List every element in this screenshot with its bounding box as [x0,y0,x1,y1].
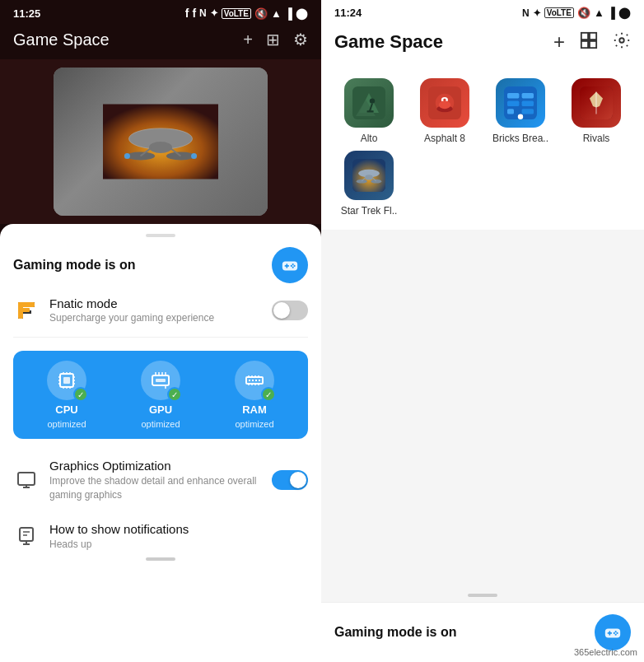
svg-rect-45 [259,380,260,381]
ram-sublabel: optimized [235,419,273,429]
alto-image [352,86,385,119]
game-preview-area [0,59,321,224]
svg-rect-43 [252,380,254,381]
notifications-row: How to show notifications Heads up [13,515,308,552]
bottom-scroll-indicator [468,594,497,597]
mute-icon: 🔇 [254,7,268,20]
gpu-icon [151,371,170,390]
left-panel: 11:25 f f N ✦ VoLTE 🔇 ▲ ▐ ⬤ Game Space +… [0,0,321,662]
svg-point-15 [291,265,292,267]
svg-point-14 [292,267,294,268]
bricks-image [504,86,537,119]
bottom-sheet: Gaming mode is on [0,224,321,662]
svg-point-102 [615,631,617,632]
signal-icon-right: ▐ [608,7,615,19]
svg-point-7 [124,153,130,159]
gpu-label: GPU [149,403,172,416]
svg-rect-63 [590,32,596,39]
notifications-text: How to show notifications Heads up [49,522,308,552]
ram-label: RAM [242,403,267,416]
left-settings-button[interactable]: ⚙ [293,30,308,49]
svg-rect-79 [507,93,519,98]
bricks-icon [496,78,545,128]
svg-rect-80 [522,93,534,98]
right-gaming-mode-icon[interactable] [595,614,631,650]
svg-rect-62 [581,32,588,39]
scroll-indicator-left [146,557,175,561]
notif-title: How to show notifications [49,522,308,536]
optimize-gpu[interactable]: ✓ GPU optimized [141,361,180,429]
settings-icon [613,31,631,49]
right-header: Game Space + [321,22,644,65]
right-add-button[interactable]: + [553,30,565,54]
optimize-cpu[interactable]: ✓ CPU optimized [47,361,86,429]
startrek-name: Star Trek Fl.. [341,205,398,217]
svg-rect-83 [507,109,514,114]
svg-rect-11 [285,265,290,267]
svg-rect-85 [522,109,534,114]
asphalt-image: 8 [428,86,461,119]
game-startrek[interactable]: Star Trek Fl.. [334,151,404,217]
optimize-ram[interactable]: ✓ RAM optimized [235,361,274,429]
asphalt-icon: 8 [420,78,469,128]
volte-icon: VoLTE [222,8,251,19]
bluetooth-icon-right: ✦ [533,7,541,19]
layout-icon [580,31,598,49]
fnatic-toggle[interactable] [272,301,308,320]
left-grid-button[interactable]: ⊞ [266,30,280,49]
sheet-handle [146,234,175,237]
right-settings-button[interactable] [613,31,631,54]
cpu-sublabel: optimized [47,419,86,429]
status-bar-left: 11:25 f f N ✦ VoLTE 🔇 ▲ ▐ ⬤ [0,0,321,23]
rivals-image [580,86,613,119]
battery-icon: ⬤ [296,7,308,20]
display-icon [16,470,36,490]
right-title: Game Space [334,31,443,53]
svg-point-70 [370,98,375,103]
game-asphalt[interactable]: 8 Asphalt 8 [410,78,479,144]
game-rivals[interactable]: Rivals [562,78,631,144]
games-grid: Alto 8 Asphalt 8 [321,65,644,230]
svg-rect-54 [18,473,35,485]
svg-rect-57 [20,528,33,541]
signal-icon: ▐ [285,7,292,20]
status-icons-right: N ✦ VoLTE 🔇 ▲ ▐ ⬤ [522,7,631,19]
game-card-inner [54,68,268,216]
right-header-icons: + [553,30,631,54]
svg-point-12 [292,263,294,265]
fnatic-text: Fnatic mode Supercharge your gaming expe… [49,296,262,324]
game-bricks[interactable]: Bricks Brea.. [486,78,555,144]
right-gaming-mode-label: Gaming mode is on [334,625,456,640]
volte-icon-right: VoLTE [544,7,574,18]
left-title: Game Space [13,30,110,49]
right-spacer [321,230,644,589]
graphics-row: Graphics Optimization Improve the shadow… [13,452,308,502]
nfc-icon: N [199,7,207,19]
left-add-button[interactable]: + [243,30,253,49]
graphics-toggle[interactable] [272,470,308,490]
bricks-name: Bricks Brea.. [492,133,548,144]
ram-icon [245,371,264,390]
asphalt-name: Asphalt 8 [424,133,465,144]
notif-icon [13,523,40,549]
fb-icon-2: f [192,7,196,20]
fnatic-subtitle: Supercharge your gaming experience [49,312,262,324]
ram-icon-wrap: ✓ [235,361,274,400]
ram-check: ✓ [261,387,276,402]
game-card[interactable] [54,68,268,216]
nfc-icon-right: N [522,7,530,19]
gpu-sublabel: optimized [141,419,180,429]
bluetooth-icon: ✦ [210,7,218,19]
svg-rect-82 [522,101,534,106]
right-layout-button[interactable] [580,31,598,54]
svg-rect-44 [255,380,257,381]
gpu-check: ✓ [167,387,182,402]
gamepad-icon [281,256,299,274]
game-alto[interactable]: Alto [334,78,404,144]
battery-icon-right: ⬤ [618,7,631,19]
gaming-mode-icon[interactable] [272,247,308,283]
svg-rect-81 [507,101,519,106]
startrek-icon [344,151,394,200]
svg-point-2 [149,142,172,153]
left-header-icons: + ⊞ ⚙ [243,30,308,49]
